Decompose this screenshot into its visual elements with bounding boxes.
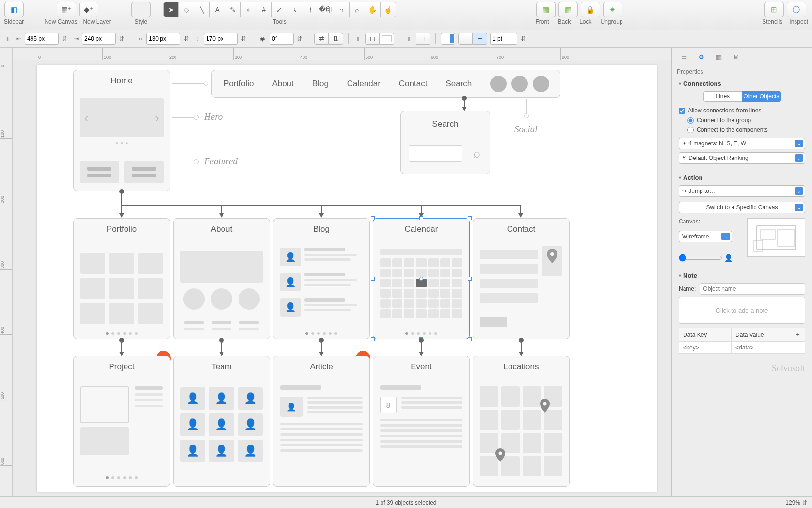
preview-zoom-slider[interactable] bbox=[679, 254, 722, 262]
tool-zoom[interactable]: ⌕ bbox=[350, 2, 365, 17]
height-input[interactable] bbox=[82, 33, 116, 45]
magnets-select[interactable]: ✦ 4 magnets: N, S, E, W⌄ bbox=[679, 138, 805, 149]
wf-project[interactable]: Project bbox=[73, 356, 170, 487]
ungroup-button[interactable]: ✴ bbox=[603, 2, 622, 17]
tab-other-objects[interactable]: Other Objects bbox=[742, 91, 781, 102]
connections-title: Connections bbox=[679, 80, 805, 87]
fill-color[interactable] bbox=[380, 33, 394, 45]
lock-button[interactable]: 🔒 bbox=[581, 2, 600, 17]
tool-crop[interactable]: # bbox=[256, 2, 272, 17]
wf-home[interactable]: Home ‹ › bbox=[73, 70, 170, 191]
wf-contact[interactable]: Contact bbox=[473, 218, 570, 339]
align-horizontal-icon[interactable]: ⦀ bbox=[3, 34, 12, 43]
jump-select[interactable]: ↪ Jump to…⌄ bbox=[679, 185, 805, 197]
wf-portfolio[interactable]: Portfolio bbox=[73, 218, 170, 339]
tool-shape[interactable]: ◇ bbox=[179, 2, 194, 17]
geometry-toolbar: ⦀ ⇤⇵ ⇥⇵ ↔⇵ ↕⇵ ◉ ⇵ ⇄⇅ ⦀ ◻ ⦀ ◻ —━ ⇵ bbox=[0, 30, 812, 48]
inspect-button[interactable]: ⓘ bbox=[787, 2, 806, 17]
connect-group-radio[interactable] bbox=[687, 117, 694, 124]
wf-article[interactable]: Article 👤 bbox=[273, 356, 370, 487]
map-pin-icon bbox=[495, 448, 505, 462]
back-button[interactable]: ▦ bbox=[558, 2, 578, 17]
wf-event[interactable]: Event 8 bbox=[373, 356, 470, 487]
wf-search[interactable]: Search ⌕ bbox=[400, 111, 490, 174]
inspect-label: Inspect bbox=[789, 18, 808, 25]
flip-v-button[interactable]: ⇅ bbox=[329, 33, 343, 45]
tab-lines[interactable]: Lines bbox=[703, 91, 743, 102]
tool-text[interactable]: A bbox=[210, 2, 225, 17]
fill-picker[interactable]: ◻ bbox=[365, 33, 380, 45]
allow-connections-checkbox[interactable] bbox=[679, 108, 685, 114]
canvas[interactable]: Home ‹ › Portfolio About Blog bbox=[37, 65, 657, 492]
front-button[interactable]: ▦ bbox=[536, 2, 556, 17]
toolbar: ◧ Sidebar ▦⁺ ◆⁺ New Canvas New Layer Sty… bbox=[0, 0, 812, 30]
data-key-cell[interactable]: <key> bbox=[679, 342, 732, 354]
width-icon: ⇤ bbox=[15, 34, 23, 43]
switch-select[interactable]: Switch to a Specific Canvas⌄ bbox=[679, 202, 805, 213]
selection-count: 1 of 39 objects selected bbox=[0, 499, 812, 506]
stroke-style-1[interactable]: — bbox=[458, 33, 473, 45]
stepper-icon[interactable]: ⇵ bbox=[182, 34, 191, 43]
tool-pen[interactable]: ✎ bbox=[225, 2, 241, 17]
inspector-tab-object[interactable]: ▭ bbox=[679, 51, 689, 62]
new-layer-button[interactable]: ◆⁺ bbox=[79, 2, 98, 17]
tool-select[interactable]: ➤ bbox=[163, 2, 179, 17]
note-name-label: Name: bbox=[679, 286, 696, 292]
canvas-preview bbox=[747, 218, 805, 257]
lock-label: Lock bbox=[579, 18, 591, 25]
y-input[interactable] bbox=[204, 33, 238, 45]
stepper-icon[interactable]: ⇵ bbox=[117, 34, 126, 43]
rotation-center-icon[interactable]: ◉ bbox=[258, 34, 267, 43]
stroke-style-2[interactable]: ━ bbox=[473, 33, 487, 45]
ranking-select[interactable]: ↯ Default Object Ranking⌄ bbox=[679, 152, 805, 164]
data-table[interactable]: Data KeyData Value＋ <key><data> bbox=[679, 328, 805, 354]
inspector-tab-doc[interactable]: 🗎 bbox=[731, 51, 742, 62]
stroke-color[interactable] bbox=[441, 33, 455, 45]
ruler-horizontal[interactable]: 0 100 200 300 400 500 600 700 800 bbox=[13, 48, 671, 60]
wf-blog[interactable]: Blog 👤 👤 👤 bbox=[273, 218, 370, 339]
tool-magnet[interactable]: ∩ bbox=[334, 2, 350, 17]
stroke-none[interactable]: ◻ bbox=[416, 33, 430, 45]
add-row-button[interactable]: ＋ bbox=[791, 328, 805, 342]
stencils-button[interactable]: ⊞ bbox=[764, 2, 784, 17]
tool-brush[interactable]: ⌇ bbox=[303, 2, 318, 17]
tool-expand[interactable]: ⤢ bbox=[272, 2, 287, 17]
sidebar-button[interactable]: ◧ bbox=[4, 2, 24, 17]
stroke-label-icon: ⦀ bbox=[404, 34, 413, 43]
wf-navbar[interactable]: Portfolio About Blog Calendar Contact Se… bbox=[211, 70, 560, 98]
wf-blog-title: Blog bbox=[273, 219, 369, 239]
wf-about[interactable]: About bbox=[173, 218, 270, 339]
style-button[interactable] bbox=[131, 2, 151, 17]
stepper-icon[interactable]: ⇵ bbox=[295, 34, 304, 43]
canvas-select[interactable]: Wireframe⌄ bbox=[679, 231, 732, 242]
note-name-input[interactable] bbox=[700, 283, 805, 295]
rotation-input[interactable] bbox=[270, 33, 294, 45]
tool-pointer[interactable]: ☝ bbox=[381, 2, 396, 17]
wf-locations[interactable]: Locations bbox=[473, 356, 570, 487]
tool-hand[interactable]: ✋ bbox=[365, 2, 381, 17]
new-canvas-button[interactable]: ▦⁺ bbox=[57, 2, 76, 17]
wf-team[interactable]: Team 👤 👤 👤 👤 👤 👤 👤 👤 👤 bbox=[173, 356, 270, 487]
flip-h-button[interactable]: ⇄ bbox=[314, 33, 329, 45]
inspector-tab-props[interactable]: ⚙ bbox=[696, 51, 707, 62]
connect-components-radio[interactable] bbox=[687, 127, 694, 133]
note-textarea[interactable]: Click to add a note bbox=[679, 297, 805, 324]
width-input[interactable] bbox=[25, 33, 59, 45]
ruler-tick: 400 bbox=[299, 48, 307, 60]
stepper-icon[interactable]: ⇵ bbox=[239, 34, 248, 43]
note-title: Note bbox=[679, 272, 805, 279]
tool-point[interactable]: ⌖ bbox=[241, 2, 256, 17]
tool-connect[interactable]: ⫰ bbox=[287, 2, 303, 17]
stepper-icon[interactable]: ⇵ bbox=[519, 34, 527, 43]
x-input[interactable] bbox=[146, 33, 180, 45]
tool-stamp[interactable]: �印 bbox=[318, 2, 334, 17]
new-canvas-label: New Canvas bbox=[44, 18, 77, 25]
tool-line[interactable]: ╲ bbox=[194, 2, 210, 17]
inspector-tab-canvas[interactable]: ▦ bbox=[714, 51, 724, 62]
stroke-weight-input[interactable] bbox=[490, 33, 517, 45]
section-action: Action ↪ Jump to…⌄ Switch to a Specific … bbox=[672, 171, 812, 269]
data-value-cell[interactable]: <data> bbox=[732, 342, 805, 354]
ruler-vertical[interactable]: 0 100 200 300 400 500 600 bbox=[0, 60, 13, 496]
inspector: ▭ ⚙ ▦ 🗎 Properties Connections Lines Oth… bbox=[671, 48, 812, 496]
stepper-icon[interactable]: ⇵ bbox=[60, 34, 69, 43]
